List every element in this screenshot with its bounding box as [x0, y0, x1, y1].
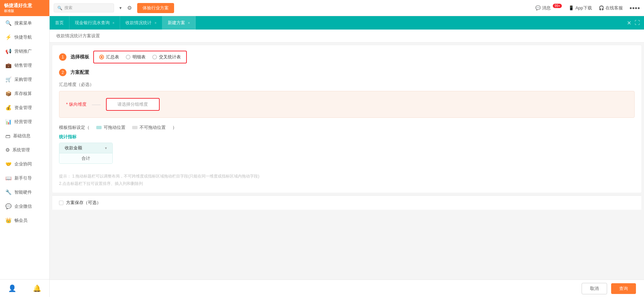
footer-bar: 取消 查询 — [50, 280, 644, 297]
sidebar-item-0[interactable]: 🔍 搜索菜单 — [0, 16, 49, 30]
tab-close-3[interactable]: × — [188, 21, 190, 25]
sidebar-item-6[interactable]: 💰 资金管理 — [0, 101, 49, 115]
sidebar-item-9[interactable]: ⚙ 系统管理 — [0, 143, 49, 157]
app-logo: 畅捷通好生意 标准版 — [0, 0, 49, 16]
step1-row: 1 选择模板 汇总表 明细表 交叉统计表 — [59, 51, 635, 63]
sidebar-label-8: 基础信息 — [13, 133, 31, 139]
step1-circle: 1 — [59, 53, 66, 61]
tab-close-1[interactable]: × — [112, 21, 114, 25]
sidebar-bottom-icon1[interactable]: 👤 — [0, 282, 25, 294]
breadcrumb-text: 收款情况统计方案设置 — [56, 33, 100, 38]
dimension-area: * 纵向维度 —— 请选择分组维度 — [59, 91, 635, 118]
sidebar-item-10[interactable]: 🤝 企业协同 — [0, 157, 49, 171]
cancel-button[interactable]: 取消 — [582, 283, 607, 294]
download-label: App下载 — [575, 5, 592, 11]
sidebar-label-3: 销售管理 — [14, 62, 32, 68]
sidebar-item-5[interactable]: 📦 库存核算 — [0, 87, 49, 101]
metrics-header: 模板指标设定（ 可拖动位置 不可拖动位置 ） — [59, 125, 635, 131]
query-button[interactable]: 查询 — [611, 283, 636, 294]
sidebar-label-13: 企业微信 — [14, 203, 32, 209]
tab-label-3: 新建方案 — [168, 20, 185, 26]
save-checkbox[interactable] — [59, 201, 63, 205]
sidebar-icon-10: 🤝 — [5, 161, 12, 167]
tabbar-controls: ✕ ⛶ — [623, 16, 644, 30]
dropdown-text: ▾ — [119, 5, 122, 10]
sidebar-item-14[interactable]: 👑 畅会员 — [0, 213, 49, 228]
radio-summary-label: 汇总表 — [106, 54, 119, 60]
message-btn[interactable]: 💬 消息 99+ — [535, 5, 562, 11]
sidebar-icon-6: 💰 — [5, 105, 12, 111]
tab-label-1: 现金银行流水查询 — [75, 20, 110, 26]
user-name: ●●●● — [630, 5, 640, 10]
dimension-title: 汇总维度（必选） — [59, 82, 635, 88]
sidebar-icon-13: 💬 — [5, 203, 12, 209]
sidebar-label-12: 智能硬件 — [14, 189, 32, 195]
tab-2[interactable]: 收款情况统计× — [120, 16, 162, 30]
radio-cross[interactable]: 交叉统计表 — [152, 54, 181, 60]
service-icon: 🎧 — [599, 5, 604, 10]
close-window-btn[interactable]: ✕ — [627, 20, 631, 26]
sidebar-label-4: 采购管理 — [14, 77, 32, 83]
sidebar-label-7: 经营管理 — [14, 119, 32, 125]
sidebar-label-6: 资金管理 — [14, 105, 32, 111]
legend-fixed: 不可拖动位置 — [132, 125, 166, 131]
message-icon: 💬 — [535, 5, 541, 10]
sidebar-icon-1: ⚡ — [5, 34, 12, 40]
radio-summary-circle — [99, 55, 104, 59]
radio-cross-circle — [152, 55, 157, 59]
sidebar-item-4[interactable]: 🛒 采购管理 — [0, 72, 49, 87]
topbar: 🔍 搜索 ▾ ⚙ 体验行业方案 💬 消息 99+ 📱 App下载 🎧 在线客服 … — [50, 0, 644, 16]
search-box[interactable]: 🔍 搜索 — [54, 3, 114, 12]
radio-detail[interactable]: 明细表 — [126, 54, 146, 60]
sidebar-label-2: 营销推广 — [14, 48, 32, 54]
download-btn[interactable]: 📱 App下载 — [569, 5, 592, 11]
radio-cross-label: 交叉统计表 — [159, 54, 181, 60]
step1-label: 选择模板 — [70, 54, 89, 60]
radio-summary[interactable]: 汇总表 — [99, 54, 119, 60]
sidebar-icon-4: 🛒 — [5, 77, 12, 83]
fixed-legend-box — [132, 126, 138, 129]
topbar-right: 💬 消息 99+ 📱 App下载 🎧 在线客服 ●●●● — [535, 5, 640, 11]
tab-3[interactable]: 新建方案× — [162, 16, 196, 30]
topbar-dropdown[interactable]: ▾ — [119, 5, 122, 10]
vertical-dim-label: * 纵向维度 — [66, 101, 87, 107]
metrics-table-row: 合计 — [59, 153, 112, 163]
sidebar-icon-3: 💼 — [5, 62, 12, 68]
tab-0[interactable]: 首页 — [50, 16, 69, 30]
maximize-btn[interactable]: ⛶ — [635, 20, 640, 26]
sidebar-item-3[interactable]: 💼 销售管理 — [0, 58, 49, 72]
sidebar-item-11[interactable]: 📖 新手引导 — [0, 171, 49, 185]
tab-label-0: 首页 — [55, 20, 64, 26]
dimension-section: 汇总维度（必选） * 纵向维度 —— 请选择分组维度 — [59, 82, 635, 118]
sidebar-label-14: 畅会员 — [14, 217, 28, 224]
draggable-legend-label: 可拖动位置 — [104, 125, 125, 131]
sidebar-label-1: 快捷导航 — [14, 34, 32, 40]
page-breadcrumb: 收款情况统计方案设置 — [50, 30, 644, 43]
user-avatar[interactable]: ●●●● — [630, 5, 640, 10]
tabbar: 首页现金银行流水查询×收款情况统计×新建方案× ✕ ⛶ — [50, 16, 644, 30]
tab-close-2[interactable]: × — [154, 21, 156, 25]
tab-1[interactable]: 现金银行流水查询× — [69, 16, 120, 30]
template-selection-box: 汇总表 明细表 交叉统计表 — [93, 51, 187, 63]
sidebar-icon-12: 🔧 — [5, 189, 12, 195]
settings-icon[interactable]: ⚙ — [127, 5, 132, 11]
form-body: 1 选择模板 汇总表 明细表 交叉统计表 — [52, 45, 641, 193]
sidebar-item-12[interactable]: 🔧 智能硬件 — [0, 185, 49, 199]
sidebar-item-2[interactable]: 📢 营销推广 — [0, 44, 49, 58]
service-btn[interactable]: 🎧 在线客服 — [599, 5, 623, 11]
sidebar-item-7[interactable]: 📊 经营管理 — [0, 115, 49, 129]
metrics-table-header[interactable]: 收款金额 ▾ — [59, 143, 112, 153]
industry-btn[interactable]: 体验行业方案 — [137, 3, 174, 13]
download-icon: 📱 — [569, 5, 574, 10]
dimension-select[interactable]: 请选择分组维度 — [106, 98, 160, 111]
sidebar-bottom-icon2[interactable]: 🔔 — [25, 282, 50, 294]
tab-label-2: 收款情况统计 — [125, 20, 152, 26]
message-label: 消息 — [542, 5, 551, 11]
app-version: 标准版 — [4, 9, 32, 13]
arrow: —— — [92, 102, 101, 107]
sidebar-item-1[interactable]: ⚡ 快捷导航 — [0, 30, 49, 44]
sidebar-item-8[interactable]: 🗃 基础信息 — [0, 129, 49, 143]
sidebar-item-13[interactable]: 💬 企业微信 — [0, 199, 49, 213]
sidebar: 畅捷通好生意 标准版 🔍 搜索菜单 ⚡ 快捷导航 📢 营销推广 💼 销售管理 🛒… — [0, 0, 50, 297]
radio-detail-label: 明细表 — [132, 54, 146, 60]
